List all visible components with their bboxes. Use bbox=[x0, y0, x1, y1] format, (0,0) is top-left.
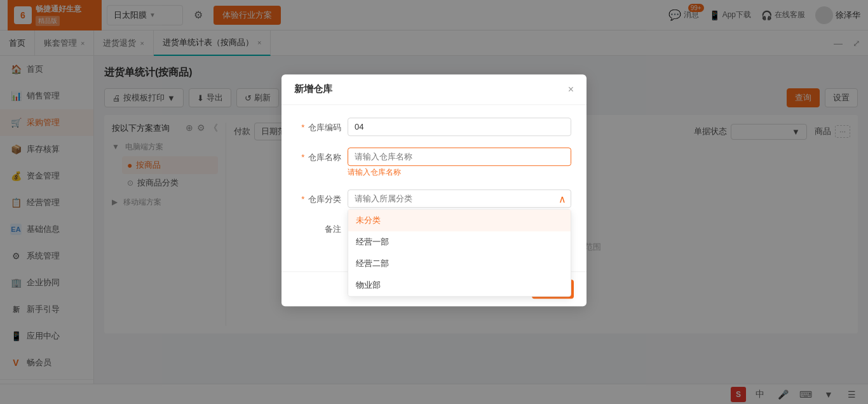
category-field-col: ∧ 未分类 经营一部 经营二部 物业部 bbox=[348, 189, 571, 208]
code-field-col bbox=[348, 118, 571, 136]
add-warehouse-modal: 新增仓库 × * 仓库编码 * 仓库名称 请输入仓库名称 bbox=[281, 74, 587, 306]
category-dropdown: 未分类 经营一部 经营二部 物业部 bbox=[348, 209, 571, 297]
category-required-star: * bbox=[301, 194, 304, 204]
name-label: * 仓库名称 bbox=[297, 147, 348, 163]
category-dropdown-arrow[interactable]: ∧ bbox=[559, 192, 566, 205]
code-input[interactable] bbox=[348, 118, 571, 136]
category-input[interactable] bbox=[348, 189, 571, 208]
modal-body: * 仓库编码 * 仓库名称 请输入仓库名称 * 仓库分类 bbox=[281, 105, 587, 271]
code-row: * 仓库编码 bbox=[297, 118, 571, 136]
dropdown-item-dept2[interactable]: 经营二部 bbox=[348, 253, 571, 274]
dropdown-item-dept3[interactable]: 物业部 bbox=[348, 274, 571, 296]
modal-title: 新增仓库 bbox=[294, 83, 332, 95]
name-input[interactable] bbox=[348, 147, 571, 166]
code-label: * 仓库编码 bbox=[297, 118, 348, 133]
dropdown-item-dept1[interactable]: 经营一部 bbox=[348, 231, 571, 253]
name-error-message: 请输入仓库名称 bbox=[348, 167, 571, 178]
category-input-wrap: ∧ bbox=[348, 189, 571, 208]
modal-close-button[interactable]: × bbox=[568, 84, 574, 95]
code-required-star: * bbox=[301, 123, 304, 132]
name-field-col: 请输入仓库名称 bbox=[348, 147, 571, 178]
name-row: * 仓库名称 请输入仓库名称 bbox=[297, 147, 571, 178]
category-label: * 仓库分类 bbox=[297, 189, 348, 205]
modal-header: 新增仓库 × bbox=[281, 74, 587, 105]
category-row: * 仓库分类 ∧ 未分类 经营一部 经营二部 物业部 bbox=[297, 189, 571, 208]
name-required-star: * bbox=[301, 152, 304, 162]
dropdown-item-unclassified[interactable]: 未分类 bbox=[348, 210, 571, 231]
remark-label: 备注 bbox=[297, 219, 348, 235]
